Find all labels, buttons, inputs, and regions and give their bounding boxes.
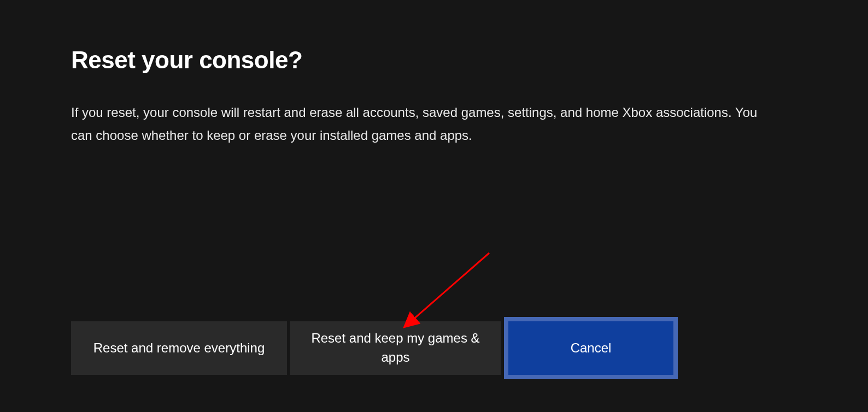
- reset-console-dialog: Reset your console? If you reset, your c…: [0, 0, 868, 147]
- cancel-button[interactable]: Cancel: [504, 317, 678, 379]
- dialog-title: Reset your console?: [71, 46, 797, 74]
- reset-keep-games-apps-button[interactable]: Reset and keep my games & apps: [290, 321, 501, 375]
- reset-remove-everything-button[interactable]: Reset and remove everything: [71, 321, 287, 375]
- svg-line-1: [412, 253, 489, 321]
- dialog-description: If you reset, your console will restart …: [71, 101, 771, 147]
- dialog-button-row: Reset and remove everything Reset and ke…: [71, 321, 678, 379]
